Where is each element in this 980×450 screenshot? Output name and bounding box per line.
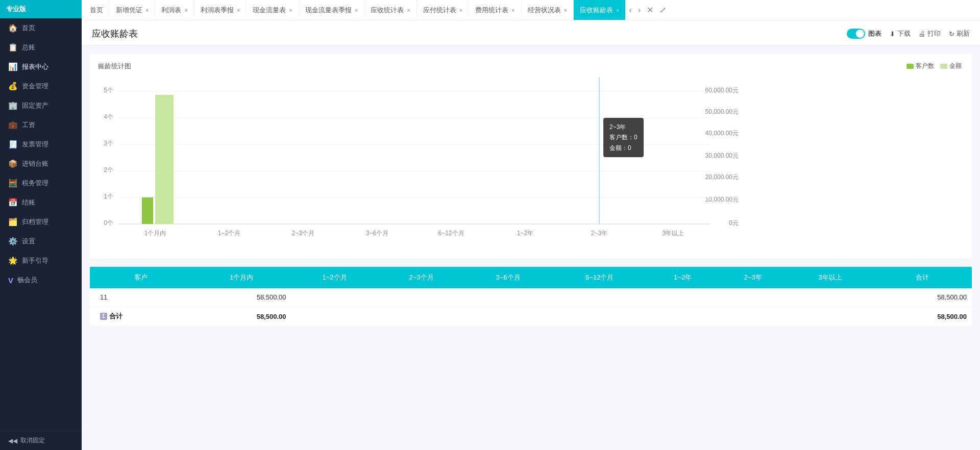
tab-ar-aging[interactable]: 应收账龄表 × xyxy=(574,0,626,20)
sidebar-item-home[interactable]: 🏠 首页 xyxy=(0,18,82,38)
sidebar-item-assets[interactable]: 🏢 固定资产 xyxy=(0,96,82,115)
refresh-icon: ↻ xyxy=(949,30,954,38)
svg-text:10,000.00元: 10,000.00元 xyxy=(705,196,739,203)
col-y3plus: 3年以上 xyxy=(788,267,872,288)
print-label: 打印 xyxy=(927,29,941,38)
svg-text:5个: 5个 xyxy=(104,87,113,94)
svg-text:1~2年: 1~2年 xyxy=(517,230,533,237)
vip-icon: V xyxy=(8,276,13,285)
legend-customer-dot xyxy=(906,64,914,69)
tab-profit[interactable]: 利润表 × xyxy=(155,0,194,20)
legend-customer-count: 客户数 xyxy=(906,62,934,70)
tab-cashflow-quarterly-close[interactable]: × xyxy=(355,7,358,13)
page-content: 应收账龄表 图表 ⬇ 下载 🖨 打印 ↻ 刷新 xyxy=(82,20,980,450)
sidebar-item-salary-label: 工资 xyxy=(22,120,35,130)
cell-total-y2-3 xyxy=(718,307,788,327)
download-label: 下载 xyxy=(897,29,911,38)
tab-home[interactable]: 首页 xyxy=(84,0,110,20)
cell-y1-2 xyxy=(648,288,718,307)
cell-m2-3 xyxy=(378,288,465,307)
sidebar-item-invoices[interactable]: 🧾 发票管理 xyxy=(0,135,82,154)
sidebar-item-close-label: 结账 xyxy=(22,198,35,207)
col-m2-3: 2~3个月 xyxy=(378,267,465,288)
tab-voucher-close[interactable]: × xyxy=(145,7,149,13)
sidebar-collapse-btn[interactable]: ◀◀ 取消固定 xyxy=(0,431,82,450)
total-icon: Σ xyxy=(100,313,107,320)
bar-amount-1 xyxy=(155,95,174,224)
svg-text:2个: 2个 xyxy=(104,166,113,173)
tab-next-btn[interactable]: › xyxy=(635,0,644,20)
tab-voucher-label: 新增凭证 xyxy=(116,6,142,15)
sidebar: 专业版 🏠 首页 📋 总账 📊 报表中心 💰 资金管理 🏢 固定资产 💼 工资 … xyxy=(0,0,82,450)
tab-profit-quarterly[interactable]: 利润表季报 × xyxy=(194,0,247,20)
funds-icon: 💰 xyxy=(8,82,18,91)
chart-toggle[interactable] xyxy=(847,29,865,39)
tab-ap-stats-close[interactable]: × xyxy=(459,7,462,13)
tab-expense-stats-close[interactable]: × xyxy=(511,7,514,13)
sidebar-item-guide-label: 新手引导 xyxy=(22,256,48,265)
print-icon: 🖨 xyxy=(919,30,925,38)
sidebar-item-inventory-label: 进销台账 xyxy=(22,159,48,168)
sidebar-item-settings-label: 设置 xyxy=(22,237,35,246)
tab-prev-btn[interactable]: ‹ xyxy=(626,0,634,20)
sidebar-item-vip[interactable]: V 畅会员 xyxy=(0,270,82,290)
sidebar-item-archive[interactable]: 🗂️ 归档管理 xyxy=(0,212,82,232)
tab-profit-label: 利润表 xyxy=(161,6,181,15)
sidebar-item-inventory[interactable]: 📦 进销台账 xyxy=(0,154,82,173)
sidebar-item-funds[interactable]: 💰 资金管理 xyxy=(0,77,82,96)
tab-expense-stats[interactable]: 费用统计表 × xyxy=(469,0,521,20)
table-header-row: 客户 1个月内 1~2个月 2~3个月 3~6个月 6~12个月 1~2年 2~… xyxy=(90,267,972,288)
sidebar-item-ledger[interactable]: 📋 总账 xyxy=(0,38,82,57)
svg-text:3个: 3个 xyxy=(104,140,113,147)
sidebar-item-tax[interactable]: 🧮 税务管理 xyxy=(0,173,82,193)
tab-cashflow-close[interactable]: × xyxy=(289,7,292,13)
svg-text:1个月内: 1个月内 xyxy=(144,230,166,237)
page-header: 应收账龄表 图表 ⬇ 下载 🖨 打印 ↻ 刷新 xyxy=(82,20,980,45)
sidebar-item-salary[interactable]: 💼 工资 xyxy=(0,115,82,135)
sidebar-item-close[interactable]: 📅 结账 xyxy=(0,193,82,212)
sidebar-item-reports[interactable]: 📊 报表中心 xyxy=(0,57,82,77)
svg-text:6~12个月: 6~12个月 xyxy=(438,230,464,237)
refresh-btn[interactable]: ↻ 刷新 xyxy=(949,29,970,38)
tab-cashflow-quarterly[interactable]: 现金流量表季报 × xyxy=(299,0,364,20)
col-total: 合计 xyxy=(872,267,972,288)
salary-icon: 💼 xyxy=(8,120,18,130)
collapse-icon: ◀◀ xyxy=(8,437,17,444)
chart-svg-wrap: 5个 4个 3个 2个 1个 0个 60,000.00元 50,000.00元 … xyxy=(98,77,964,251)
tab-home-label: 首页 xyxy=(90,6,103,15)
settings-icon: ⚙️ xyxy=(8,237,18,246)
download-btn[interactable]: ⬇ 下载 xyxy=(890,29,911,38)
svg-text:1~2个月: 1~2个月 xyxy=(218,230,240,237)
sidebar-item-guide[interactable]: 🌟 新手引导 xyxy=(0,251,82,270)
tab-profit-quarterly-close[interactable]: × xyxy=(237,7,240,13)
tab-voucher[interactable]: 新增凭证 × xyxy=(110,0,155,20)
svg-text:30,000.00元: 30,000.00元 xyxy=(705,152,739,159)
svg-text:3~6个月: 3~6个月 xyxy=(366,230,388,237)
tab-ar-stats[interactable]: 应收统计表 × xyxy=(364,0,416,20)
tab-profit-close[interactable]: × xyxy=(184,7,187,13)
tab-bar: 首页 新增凭证 × 利润表 × 利润表季报 × 现金流量表 × 现金流量表季报 … xyxy=(82,0,980,20)
legend-amount-dot xyxy=(940,64,947,69)
tab-fullscreen-btn[interactable]: ⤢ xyxy=(656,0,669,20)
tab-operations[interactable]: 经营状况表 × xyxy=(522,0,574,20)
legend-amount: 金额 xyxy=(940,62,962,70)
cell-total-total: 58,500.00 xyxy=(872,307,972,327)
svg-text:0元: 0元 xyxy=(729,219,739,227)
table-row: 11 58,500.00 58,500.00 xyxy=(90,288,972,307)
cell-m6-12 xyxy=(552,288,648,307)
sidebar-item-archive-label: 归档管理 xyxy=(22,217,48,227)
tab-ar-aging-close[interactable]: × xyxy=(616,7,619,13)
tab-ar-stats-close[interactable]: × xyxy=(407,7,410,13)
inventory-icon: 📦 xyxy=(8,159,18,168)
tab-cashflow[interactable]: 现金流量表 × xyxy=(247,0,299,20)
sidebar-item-home-label: 首页 xyxy=(22,23,35,33)
tab-profit-quarterly-label: 利润表季报 xyxy=(201,6,234,15)
svg-text:60,000.00元: 60,000.00元 xyxy=(705,87,739,94)
cell-total-m6-12 xyxy=(552,307,648,327)
tab-ap-stats-label: 应付统计表 xyxy=(423,6,456,15)
tab-close-all-btn[interactable]: ✕ xyxy=(644,0,656,20)
tab-operations-close[interactable]: × xyxy=(564,7,567,13)
sidebar-item-settings[interactable]: ⚙️ 设置 xyxy=(0,232,82,251)
print-btn[interactable]: 🖨 打印 xyxy=(919,29,941,38)
tab-ap-stats[interactable]: 应付统计表 × xyxy=(417,0,469,20)
